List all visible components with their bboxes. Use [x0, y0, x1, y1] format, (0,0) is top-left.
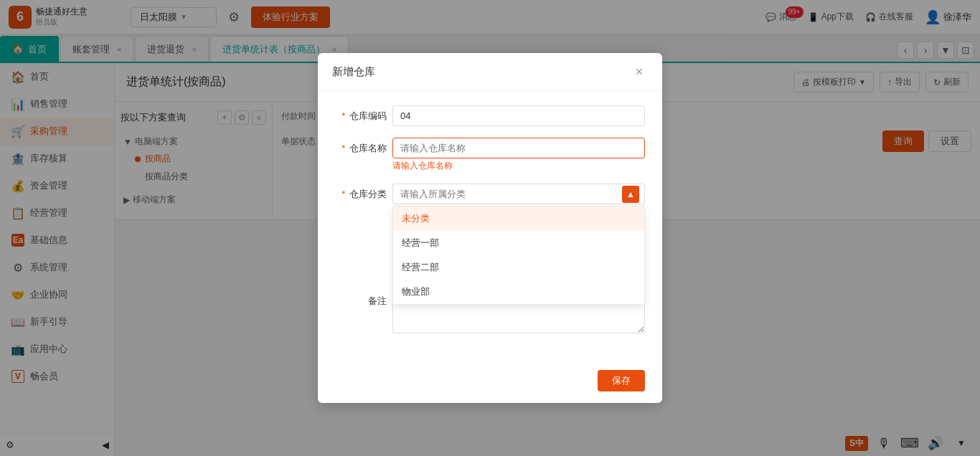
name-control: 请输入仓库名称 — [392, 138, 645, 172]
dropdown-item-uncategorized[interactable]: 未分类 — [393, 206, 644, 231]
name-required-mark: * — [341, 143, 345, 153]
name-input[interactable] — [392, 138, 645, 158]
category-dropdown-toggle[interactable]: ▲ — [622, 186, 639, 203]
category-input[interactable] — [392, 184, 645, 204]
name-error-text: 请输入仓库名称 — [392, 160, 645, 172]
modal-title: 新增仓库 — [332, 65, 375, 79]
category-label: * 仓库分类 — [335, 184, 392, 201]
modal-footer: 保存 — [318, 361, 662, 403]
code-input[interactable] — [392, 105, 645, 126]
name-label-text: 仓库名称 — [349, 143, 387, 153]
form-row-name: * 仓库名称 请输入仓库名称 — [335, 138, 645, 172]
category-required-mark: * — [341, 189, 345, 199]
name-label: * 仓库名称 — [335, 138, 392, 155]
modal-header: 新增仓库 × — [318, 53, 662, 91]
code-control — [392, 105, 645, 126]
category-dropdown-list: 未分类 经营一部 经营二部 物业部 — [392, 206, 645, 305]
note-label-text: 备注 — [368, 295, 387, 306]
form-row-code: * 仓库编码 — [335, 105, 645, 126]
note-label: 备注 — [335, 290, 392, 308]
dropdown-item-dept1[interactable]: 经营一部 — [393, 231, 644, 255]
modal-body: * 仓库编码 * 仓库名称 请输入仓库名称 — [318, 91, 662, 361]
code-required-mark: * — [341, 110, 345, 121]
category-control: ▲ 未分类 经营一部 经营二部 物业部 — [392, 184, 645, 204]
save-button[interactable]: 保存 — [598, 370, 645, 391]
code-label-text: 仓库编码 — [349, 110, 387, 121]
category-label-text: 仓库分类 — [349, 189, 387, 199]
modal-overlay: 新增仓库 × * 仓库编码 * 仓库名称 — [0, 0, 980, 456]
form-row-category: * 仓库分类 ▲ 未分类 经营一部 经营二部 物业部 — [335, 184, 645, 204]
dropdown-item-dept2[interactable]: 经营二部 — [393, 255, 644, 280]
modal-close-button[interactable]: × — [631, 63, 648, 80]
add-warehouse-modal: 新增仓库 × * 仓库编码 * 仓库名称 — [318, 53, 662, 403]
dropdown-item-dept3[interactable]: 物业部 — [393, 280, 644, 304]
code-label: * 仓库编码 — [335, 105, 392, 123]
category-select-wrapper: ▲ — [392, 184, 645, 204]
